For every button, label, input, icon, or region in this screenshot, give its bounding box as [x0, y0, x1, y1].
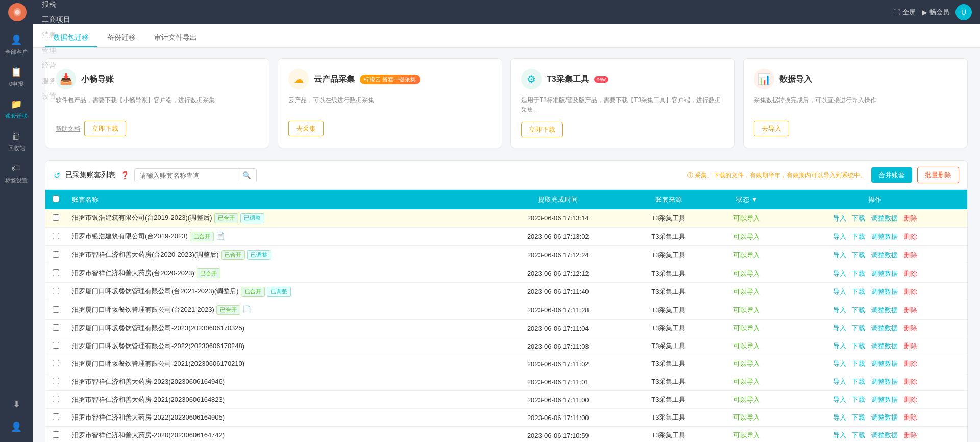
sidebar-bottom-item[interactable]: ⬇	[0, 393, 33, 415]
row-source: T3采集工具	[626, 427, 711, 442]
nav-item-管理[interactable]: 管理	[35, 43, 78, 58]
search-input[interactable]	[135, 169, 237, 182]
sidebar-item-账套迁移[interactable]: 📁账套迁移	[0, 93, 33, 125]
download-action[interactable]: 下载	[852, 233, 865, 240]
download-action[interactable]: 下载	[852, 214, 865, 222]
adjust-action[interactable]: 调整数据	[871, 360, 898, 367]
nav-item-经营[interactable]: 经营	[35, 58, 78, 73]
delete-action[interactable]: 删除	[904, 360, 917, 367]
import-action[interactable]: 导入	[833, 378, 846, 385]
import-action[interactable]: 导入	[833, 360, 846, 367]
delete-action[interactable]: 删除	[904, 306, 917, 314]
delete-action[interactable]: 删除	[904, 378, 917, 385]
download-action[interactable]: 下载	[852, 324, 865, 332]
download-action[interactable]: 下载	[852, 396, 865, 403]
row-checkbox[interactable]	[53, 413, 59, 420]
row-checkbox[interactable]	[53, 396, 59, 402]
import-action[interactable]: 导入	[833, 396, 846, 403]
row-checkbox[interactable]	[53, 324, 59, 331]
download-action[interactable]: 下载	[852, 251, 865, 259]
refresh-icon[interactable]: ↺	[54, 170, 60, 180]
download-t3-btn[interactable]: 立即下载	[521, 122, 563, 137]
search-button[interactable]: 🔍	[237, 169, 256, 182]
collect-yun-btn[interactable]: 去采集	[288, 121, 324, 136]
download-action[interactable]: 下载	[852, 342, 865, 350]
import-action[interactable]: 导入	[833, 269, 846, 277]
download-action[interactable]: 下载	[852, 288, 865, 296]
download-action[interactable]: 下载	[852, 360, 865, 367]
import-action[interactable]: 导入	[833, 306, 846, 314]
adjust-action[interactable]: 调整数据	[871, 233, 898, 240]
sidebar-item-标签设置[interactable]: 🏷标签设置	[0, 157, 33, 189]
download-action[interactable]: 下载	[852, 306, 865, 314]
delete-action[interactable]: 删除	[904, 269, 917, 277]
row-time: 2023-06-06 17:11:40	[490, 283, 626, 301]
import-action[interactable]: 导入	[833, 233, 846, 240]
sidebar-item-0申报[interactable]: 📋0申报	[0, 61, 33, 93]
delete-action[interactable]: 删除	[904, 413, 917, 421]
tab-审计文件导出[interactable]: 审计文件导出	[146, 28, 205, 47]
delete-action[interactable]: 删除	[904, 233, 917, 240]
merge-accounts-btn[interactable]: 合并账套	[871, 167, 912, 183]
adjust-action[interactable]: 调整数据	[871, 324, 898, 332]
adjust-action[interactable]: 调整数据	[871, 378, 898, 385]
import-action[interactable]: 导入	[833, 342, 846, 350]
row-checkbox[interactable]	[53, 269, 59, 276]
batch-delete-btn[interactable]: 批量删除	[917, 167, 959, 183]
nav-item-消息[interactable]: 消息	[35, 28, 78, 43]
download-action[interactable]: 下载	[852, 413, 865, 421]
import-action[interactable]: 导入	[833, 288, 846, 296]
download-action[interactable]: 下载	[852, 269, 865, 277]
card-buttons-t3: 立即下载	[521, 122, 724, 137]
sidebar-item-全部客户[interactable]: 👤全部客户	[0, 29, 33, 61]
fullscreen-btn[interactable]: ⛶ 全屏	[893, 8, 916, 17]
import-action[interactable]: 导入	[833, 324, 846, 332]
download-action[interactable]: 下载	[852, 431, 865, 439]
row-checkbox[interactable]	[53, 306, 59, 313]
table-section: ↺ 已采集账套列表 ❓ 🔍 ① 采集、下载的文件，有效期半年，有效期内可以导入到…	[45, 160, 968, 442]
help-doc-btn[interactable]: 帮助文档	[56, 125, 80, 133]
adjust-action[interactable]: 调整数据	[871, 214, 898, 222]
delete-action[interactable]: 删除	[904, 396, 917, 403]
adjust-action[interactable]: 调整数据	[871, 288, 898, 296]
row-checkbox[interactable]	[53, 431, 59, 438]
delete-action[interactable]: 删除	[904, 214, 917, 222]
select-all-checkbox[interactable]	[53, 195, 59, 202]
go-import-btn[interactable]: 去导入	[754, 121, 789, 136]
tab-备份迁移[interactable]: 备份迁移	[99, 28, 144, 47]
import-action[interactable]: 导入	[833, 251, 846, 259]
delete-action[interactable]: 删除	[904, 251, 917, 259]
help-icon[interactable]: ❓	[120, 171, 129, 179]
import-action[interactable]: 导入	[833, 413, 846, 421]
nav-item-设置[interactable]: 设置	[35, 89, 78, 104]
row-checkbox[interactable]	[53, 214, 59, 221]
delete-action[interactable]: 删除	[904, 342, 917, 350]
row-checkbox[interactable]	[53, 251, 59, 258]
adjust-action[interactable]: 调整数据	[871, 431, 898, 439]
row-checkbox[interactable]	[53, 288, 59, 294]
nav-item-工商项目[interactable]: 工商项目	[35, 12, 78, 28]
adjust-action[interactable]: 调整数据	[871, 269, 898, 277]
nav-item-报税[interactable]: 报税	[35, 0, 78, 12]
import-action[interactable]: 导入	[833, 214, 846, 222]
adjust-action[interactable]: 调整数据	[871, 306, 898, 314]
row-checkbox[interactable]	[53, 233, 59, 239]
adjust-action[interactable]: 调整数据	[871, 396, 898, 403]
download-action[interactable]: 下载	[852, 378, 865, 385]
adjust-action[interactable]: 调整数据	[871, 342, 898, 350]
user-avatar[interactable]: U	[955, 4, 972, 20]
download-xiaochang-btn[interactable]: 立即下载	[84, 121, 126, 136]
sidebar-item-回收站[interactable]: 🗑回收站	[0, 125, 33, 157]
row-checkbox[interactable]	[53, 378, 59, 384]
sidebar-bottom-item[interactable]: 👤	[0, 415, 33, 438]
adjust-action[interactable]: 调整数据	[871, 251, 898, 259]
row-checkbox[interactable]	[53, 342, 59, 349]
nav-item-服务[interactable]: 服务	[35, 73, 78, 89]
row-checkbox[interactable]	[53, 360, 59, 366]
delete-action[interactable]: 删除	[904, 324, 917, 332]
delete-action[interactable]: 删除	[904, 431, 917, 439]
member-btn[interactable]: ▶ 畅会员	[922, 8, 949, 17]
adjust-action[interactable]: 调整数据	[871, 413, 898, 421]
import-action[interactable]: 导入	[833, 431, 846, 439]
delete-action[interactable]: 删除	[904, 288, 917, 296]
